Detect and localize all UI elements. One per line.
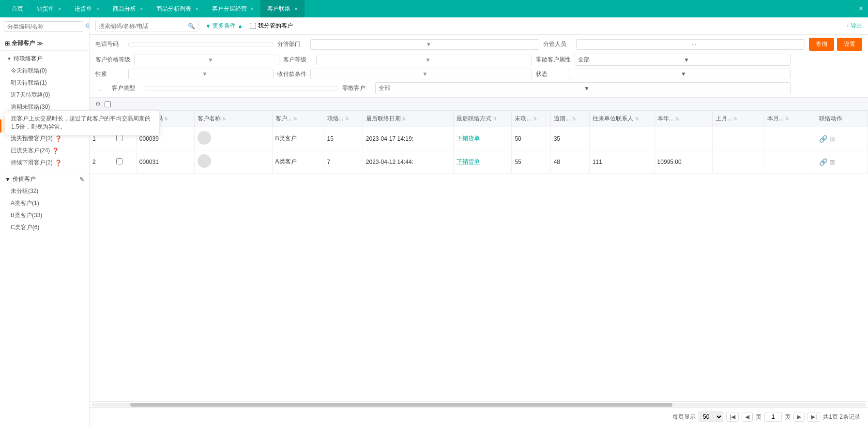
nav-home[interactable]: 首页 bbox=[5, 0, 30, 17]
row1-checkbox[interactable] bbox=[116, 135, 122, 141]
grid-icon: ⊞ bbox=[5, 40, 10, 47]
row1-method[interactable]: 下销货单 bbox=[454, 127, 512, 150]
price-grade-field[interactable]: ▼ bbox=[134, 55, 279, 65]
query-button[interactable]: 查询 bbox=[809, 38, 834, 51]
page-num-input[interactable] bbox=[764, 412, 782, 422]
retail-attr-select[interactable]: 全部 ▼ bbox=[575, 54, 791, 66]
manager-dots[interactable]: ··· bbox=[690, 41, 802, 48]
payment-field[interactable]: ▼ bbox=[310, 69, 532, 79]
phone-field[interactable] bbox=[128, 43, 274, 46]
nav-close-purchase[interactable]: × bbox=[96, 0, 99, 17]
col-not-contact[interactable]: 未联... ⇅ bbox=[512, 111, 550, 127]
filter-search-box: 🔍 bbox=[95, 21, 198, 31]
col-customer-type[interactable]: 客户... ⇅ bbox=[272, 111, 324, 127]
nav-close-product-list[interactable]: × bbox=[195, 0, 198, 17]
sidebar-item-b-class[interactable]: B类客户(33) bbox=[0, 209, 89, 221]
nav-close-contact[interactable]: × bbox=[294, 0, 297, 17]
row1-grid-icon[interactable]: ⊞ bbox=[829, 135, 835, 143]
retail-attr-label: 零散客户属性 bbox=[536, 56, 571, 64]
select-all-checkbox[interactable] bbox=[105, 101, 111, 107]
sidebar-item-unclassified[interactable]: 未分组(32) bbox=[0, 185, 89, 197]
status-arrow: ▼ bbox=[681, 71, 787, 77]
page-label-after: 页 bbox=[785, 413, 791, 421]
sidebar-all-customers[interactable]: ⊞ 全部客户 ≫ bbox=[0, 36, 89, 51]
sort-icon-method: ⇅ bbox=[493, 116, 497, 121]
table-gear-icon[interactable]: ⚙ bbox=[95, 101, 101, 107]
nav-purchase[interactable]: 进货单 × bbox=[68, 0, 106, 17]
row2-grid-icon[interactable]: ⊞ bbox=[829, 158, 835, 166]
row2-type: A类客户 bbox=[272, 150, 324, 174]
row2-method[interactable]: 下销货单 bbox=[454, 150, 512, 174]
sort-icon-overdue: ⇅ bbox=[572, 116, 576, 121]
dept-label: 分管部门 bbox=[277, 40, 306, 48]
customer-grade-field[interactable]: ▼ bbox=[316, 55, 532, 65]
col-last-month[interactable]: 上月... ⇅ bbox=[712, 111, 764, 127]
sidebar-collapse-icon[interactable]: ≫ bbox=[37, 40, 43, 47]
filter-search-icon[interactable]: 🔍 bbox=[188, 23, 195, 29]
table-header-row: 客户编码 ⇅ 客户名称 ⇅ 客户... ⇅ 联络... bbox=[90, 111, 868, 127]
settings-button[interactable]: 设置 bbox=[837, 38, 862, 51]
page-last-btn[interactable]: ▶| bbox=[807, 412, 820, 422]
sort-icon-type: ⇅ bbox=[293, 116, 297, 121]
col-contact-count[interactable]: 联络... ⇅ bbox=[324, 111, 363, 127]
col-unit-contact[interactable]: 往来单位联系人 ⇅ bbox=[589, 111, 654, 127]
per-page-select[interactable]: 50 100 200 bbox=[699, 411, 723, 422]
sidebar-item-c-class[interactable]: C类客户(6) bbox=[0, 221, 89, 234]
per-page-label: 每页显示 bbox=[672, 413, 696, 421]
sidebar-item-tomorrow[interactable]: 明天待联络(1) bbox=[0, 77, 89, 89]
nav-product-analysis[interactable]: 商品分析 × bbox=[106, 0, 150, 17]
extra-dots[interactable]: ... bbox=[95, 85, 104, 92]
nav-close-segmentation[interactable]: × bbox=[251, 0, 254, 17]
nav-customer-segmentation[interactable]: 客户分层经营 × bbox=[205, 0, 260, 17]
customer-type-field[interactable] bbox=[145, 87, 338, 90]
row1-unit-contact bbox=[589, 127, 654, 150]
sort-icon-date: ⇅ bbox=[402, 116, 406, 121]
row2-link-icon[interactable]: 🔗 bbox=[819, 158, 827, 166]
filter-export[interactable]: ↑ 导出 bbox=[846, 22, 862, 30]
nav-window-close[interactable]: × bbox=[859, 4, 863, 13]
h-scrollbar-thumb[interactable] bbox=[130, 403, 672, 407]
sidebar-item-a-class[interactable]: A类客户(1) bbox=[0, 197, 89, 209]
nav-customer-contact[interactable]: 客户联络 × bbox=[260, 0, 304, 17]
manager-field[interactable]: ··· bbox=[576, 39, 805, 50]
nav-sales-order[interactable]: 销货单 × bbox=[30, 0, 68, 17]
nav-close-sales[interactable]: × bbox=[58, 0, 61, 17]
row1-link-icon[interactable]: 🔗 bbox=[819, 135, 827, 143]
nav-close-product-analysis[interactable]: × bbox=[140, 0, 143, 17]
page-word: 页 bbox=[756, 413, 761, 421]
my-customers-checkbox[interactable] bbox=[250, 23, 256, 29]
sidebar-group-title-pending[interactable]: ▼ 待联络客户 bbox=[0, 53, 89, 65]
col-overdue[interactable]: 逾期... ⇅ bbox=[550, 111, 589, 127]
row2-checkbox[interactable] bbox=[116, 158, 122, 164]
filter-my-customers[interactable]: 我分管的客户 bbox=[250, 22, 293, 30]
sidebar-item-7days[interactable]: 近7天待联络(0) bbox=[0, 89, 89, 101]
content-area: 🔍 ▼ 更多条件 ▲ 我分管的客户 ↑ 导出 电话号码 bbox=[90, 17, 868, 426]
sidebar-search-icon[interactable]: 🔍 bbox=[85, 23, 90, 30]
page-first-btn[interactable]: |◀ bbox=[726, 412, 739, 422]
sidebar-item-churned[interactable]: 已流失客户(24) ❓ bbox=[0, 145, 89, 157]
status-select[interactable]: ▼ bbox=[569, 69, 791, 79]
retail2-select[interactable]: 全部 ▼ bbox=[375, 82, 791, 94]
top-nav: 首页 销货单 × 进货单 × 商品分析 × 商品分析列表 × 客户分层经营 × … bbox=[0, 0, 868, 17]
sidebar-item-declining[interactable]: 持续下滑客户(2) ❓ bbox=[0, 157, 89, 169]
filter-more-conditions[interactable]: ▼ 更多条件 ▲ bbox=[202, 20, 246, 31]
page-next-btn[interactable]: ▶ bbox=[793, 412, 805, 422]
page-prev-btn[interactable]: ◀ bbox=[742, 412, 753, 422]
col-last-method[interactable]: 最后联络方式 ⇅ bbox=[454, 111, 512, 127]
col-customer-name[interactable]: 客户名称 ⇅ bbox=[195, 111, 272, 127]
col-last-date[interactable]: 最后联络日期 ⇅ bbox=[363, 111, 453, 127]
nav-product-analysis-list[interactable]: 商品分析列表 × bbox=[150, 0, 205, 17]
filter-icon: ▼ bbox=[205, 23, 211, 29]
sidebar-group-value[interactable]: ▼ 价值客户 ✎ bbox=[0, 173, 89, 185]
edit-icon[interactable]: ✎ bbox=[79, 176, 84, 183]
col-this-year[interactable]: 本年... ⇅ bbox=[654, 111, 712, 127]
filter-search-input[interactable] bbox=[99, 23, 186, 29]
gender-field[interactable]: ▼ bbox=[128, 69, 274, 79]
col-this-month[interactable]: 本月... ⇅ bbox=[764, 111, 816, 127]
row2-contact: 7 bbox=[324, 150, 363, 174]
sidebar-item-today[interactable]: 今天待联络(0) bbox=[0, 65, 89, 77]
dept-field[interactable]: ▼ bbox=[310, 39, 539, 50]
row1-avatar bbox=[198, 131, 211, 145]
payment-arrow: ▼ bbox=[422, 71, 529, 77]
sidebar-search-input[interactable] bbox=[4, 21, 83, 32]
